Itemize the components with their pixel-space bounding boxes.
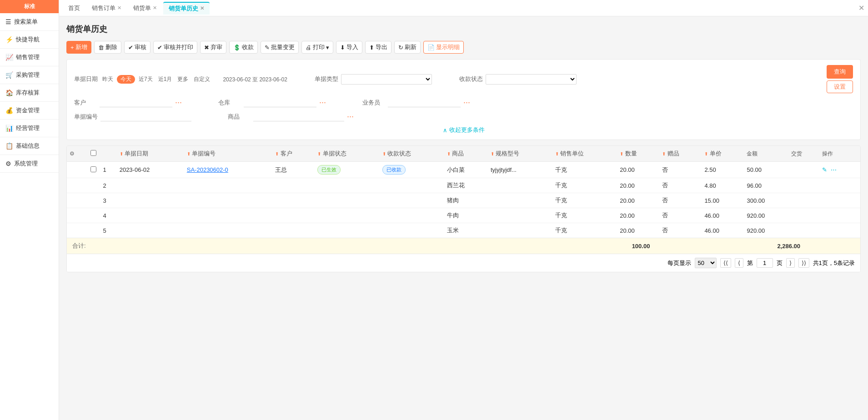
cell-doc-status <box>315 178 379 193</box>
sidebar-item-finance-mgmt[interactable]: 💰 资金管理 <box>0 102 59 120</box>
doc-type-select[interactable] <box>341 74 432 85</box>
sidebar-item-basic-info[interactable]: 📋 基础信息 <box>0 137 59 155</box>
sidebar-item-quick-nav[interactable]: ⚡ 快捷导航 <box>0 31 59 49</box>
column-goods[interactable]: ⬆ 商品 <box>444 146 488 162</box>
date-btn-more[interactable]: 更多 <box>176 75 190 84</box>
column-customer[interactable]: ⬆ 客户 <box>272 146 315 162</box>
warehouse-input[interactable] <box>244 98 316 107</box>
more-op-button[interactable]: ⋯ <box>831 166 837 173</box>
abandon-label: 弃审 <box>211 43 222 51</box>
tab-home[interactable]: 首页 <box>63 2 85 14</box>
column-doc-no[interactable]: ⬆ 单据编号 <box>184 146 272 162</box>
salesperson-input[interactable] <box>388 98 461 107</box>
tab-sales-goods[interactable]: 销货单 ✕ <box>128 2 162 14</box>
cell-collect-status <box>380 223 444 238</box>
sidebar-item-sales-mgmt[interactable]: 📈 销售管理 <box>0 49 59 66</box>
cell-row-no: 5 <box>100 223 116 238</box>
goods-input[interactable] <box>253 112 344 121</box>
sidebar-item-operations-mgmt[interactable]: 📊 经营管理 <box>0 120 59 137</box>
sidebar-item-purchase-mgmt[interactable]: 🛒 采购管理 <box>0 66 59 84</box>
audit-print-button[interactable]: ✔ 审核并打印 <box>153 41 197 54</box>
column-gift[interactable]: ⬆ 赠品 <box>659 146 702 162</box>
setting-button[interactable]: 设置 <box>827 80 853 93</box>
sidebar-item-system-mgmt[interactable]: ⚙ 系统管理 <box>0 155 59 173</box>
close-all-tabs-button[interactable]: ✕ <box>858 4 864 12</box>
audit-print-icon: ✔ <box>157 44 162 51</box>
column-quantity[interactable]: ⬆ 数量 <box>617 146 659 162</box>
last-page-button[interactable]: ⟩⟩ <box>798 258 809 268</box>
export-button[interactable]: ⬆ 导出 <box>365 41 391 54</box>
cell-unit-price: 4.80 <box>702 178 744 193</box>
cell-transaction <box>788 178 819 193</box>
cell-gift: 否 <box>659 208 702 223</box>
finance-mgmt-icon: 💰 <box>5 107 13 114</box>
tab-sales-order-close[interactable]: ✕ <box>117 5 121 11</box>
goods-more-icon[interactable]: ··· <box>347 112 354 121</box>
delete-icon: 🗑 <box>98 44 104 51</box>
column-unit-price[interactable]: ⬆ 单价 <box>702 146 744 162</box>
date-btn-yesterday[interactable]: 昨天 <box>100 75 115 84</box>
inventory-icon: 🏠 <box>5 89 13 96</box>
date-btn-today[interactable]: 今天 <box>117 75 135 84</box>
cell-doc-no <box>184 208 272 223</box>
cell-customer: 王总 <box>272 162 315 178</box>
cell-quantity: 20.00 <box>617 208 659 223</box>
doc-no-link[interactable]: SA-20230602-0 <box>187 166 228 173</box>
export-label: 导出 <box>376 43 387 51</box>
cell-doc-date <box>117 193 184 208</box>
page-size-select[interactable]: 20 50 100 <box>695 258 717 268</box>
new-button[interactable]: + 新增 <box>66 41 91 54</box>
prev-page-button[interactable]: ⟨ <box>735 258 743 268</box>
column-gear[interactable]: ⚙ <box>67 146 86 162</box>
filter-goods-item: 商品 ··· <box>228 112 354 121</box>
cell-goods: 猪肉 <box>444 193 488 208</box>
print-button[interactable]: 🖨 打印 ▾ <box>301 41 333 54</box>
import-button[interactable]: ⬇ 导入 <box>336 41 362 54</box>
next-page-button[interactable]: ⟩ <box>786 258 795 268</box>
customer-more-icon[interactable]: ··· <box>175 98 182 107</box>
filter-panel: 单据日期 昨天 今天 近7天 近1月 更多 自定义 2023-06-02 至 2… <box>66 59 861 140</box>
warehouse-more-icon[interactable]: ··· <box>319 98 326 107</box>
select-all-checkbox[interactable] <box>90 150 96 156</box>
row-checkbox[interactable] <box>90 166 96 172</box>
column-doc-date[interactable]: ⬆ 单据日期 <box>117 146 184 162</box>
show-detail-button[interactable]: 📄 显示明细 <box>423 41 464 54</box>
delete-button[interactable]: 🗑 删除 <box>94 41 121 54</box>
collapse-arrow-icon: ∧ <box>443 127 447 134</box>
refresh-button[interactable]: ↻ 刷新 <box>394 41 421 54</box>
filter-row-1: 单据日期 昨天 今天 近7天 近1月 更多 自定义 2023-06-02 至 2… <box>74 65 853 93</box>
first-page-button[interactable]: ⟨⟨ <box>720 258 731 268</box>
batch-change-button[interactable]: ✎ 批量变更 <box>261 41 299 54</box>
total-records: 共1页，5条记录 <box>813 259 855 267</box>
customer-input[interactable] <box>100 98 172 107</box>
column-doc-status[interactable]: ⬆ 单据状态 <box>315 146 379 162</box>
page-number-input[interactable]: 1 <box>757 258 773 268</box>
salesperson-more-icon[interactable]: ··· <box>463 98 470 107</box>
date-btn-1month[interactable]: 近1月 <box>156 75 174 84</box>
abandon-button[interactable]: ✖ 弃审 <box>200 41 226 54</box>
column-spec-type[interactable]: ⬆ 规格型号 <box>488 146 552 162</box>
column-collect-status[interactable]: ⬆ 收款状态 <box>380 146 444 162</box>
column-sales-unit[interactable]: ⬆ 销售单位 <box>552 146 617 162</box>
cell-quantity: 20.00 <box>617 223 659 238</box>
query-button[interactable]: 查询 <box>827 65 853 79</box>
cell-gift: 否 <box>659 178 702 193</box>
sidebar-item-inventory[interactable]: 🏠 库存核算 <box>0 84 59 102</box>
basic-info-icon: 📋 <box>5 142 13 150</box>
date-btn-custom[interactable]: 自定义 <box>192 75 212 84</box>
tab-sales-goods-history[interactable]: 销货单历史 ✕ <box>163 2 210 15</box>
collapse-filter-button[interactable]: ∧ 收起更多条件 <box>74 126 853 134</box>
doc-no-input[interactable] <box>100 112 191 121</box>
tab-sales-order[interactable]: 销售订单 ✕ <box>86 2 127 14</box>
tab-sales-goods-history-close[interactable]: ✕ <box>200 5 204 11</box>
sidebar-item-search-menu[interactable]: ☰ 搜索菜单 <box>0 13 59 31</box>
table-footer: 合计: 100.00 2,286.00 <box>67 238 860 254</box>
audit-button[interactable]: ✔ 审核 <box>124 41 151 54</box>
new-label: 新增 <box>75 43 87 51</box>
edit-op-button[interactable]: ✎ <box>822 166 827 173</box>
sort-icon: ⬆ <box>447 151 451 156</box>
tab-sales-goods-close[interactable]: ✕ <box>153 5 157 11</box>
collect-button[interactable]: 💲 收款 <box>229 41 258 54</box>
collect-status-select[interactable] <box>486 74 577 85</box>
date-btn-7days[interactable]: 近7天 <box>137 75 155 84</box>
